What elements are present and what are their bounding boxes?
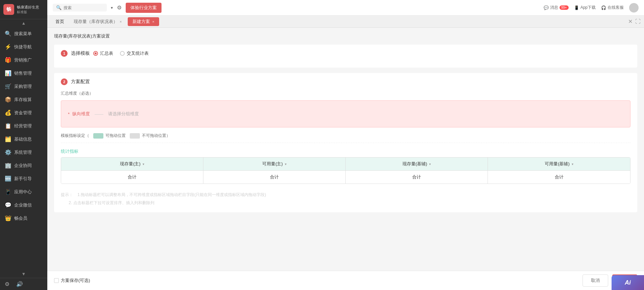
sidebar-icon: ⚙️ xyxy=(5,149,11,155)
radio-cross-table[interactable]: 交叉统计表 xyxy=(120,50,149,56)
trial-button[interactable]: 体验行业方案 xyxy=(126,3,162,13)
messages-item[interactable]: 💬 消息 99+ xyxy=(544,5,569,10)
tips-title: 提示： 1.拖动标题栏可以调整布局，不可跨维度或指标区域拖动栏目字段(只能在同一… xyxy=(61,191,630,199)
sidebar-scroll-down[interactable]: ▼ xyxy=(0,270,47,278)
topbar-right: 💬 消息 99+ 📱 App下载 🎧 在线客服 xyxy=(544,3,639,13)
sidebar-item-label: 销售管理 xyxy=(14,70,32,76)
sidebar-item-畅会员[interactable]: 👑畅会员 xyxy=(0,212,47,225)
audio-icon[interactable]: 🔊 xyxy=(16,281,23,287)
sidebar-nav: 🔍搜索菜单⚡快捷导航🎁营销推广📊销售管理🛒采购管理📦库存核算💰资金管理📋经营管理… xyxy=(0,27,47,270)
topbar-gear-icon[interactable]: ⚙ xyxy=(117,4,122,11)
bottom-bar: 方案保存(可选) 取消 查询 xyxy=(47,271,644,290)
search-icon: 🔍 xyxy=(56,5,61,10)
section2-title: 方案配置 xyxy=(71,79,90,85)
cancel-button[interactable]: 取消 xyxy=(583,274,608,287)
stats-table: 现存量(主)▾可用量(主)▾现存量(基辅)▾可用量(基辅)▾ 合计合计合计合计 xyxy=(61,157,630,184)
sidebar-item-企业微信[interactable]: 💬企业微信 xyxy=(0,198,47,212)
section1-title: 选择模板 xyxy=(71,50,90,56)
sidebar-icon: 💬 xyxy=(5,202,11,208)
tab-new-scheme[interactable]: 新建方案 × xyxy=(128,17,159,26)
sidebar-item-label: 企业微信 xyxy=(14,202,32,208)
tips-section: 提示： 1.拖动标题栏可以调整布局，不可跨维度或指标区域拖动栏目字段(只能在同一… xyxy=(61,191,630,207)
tab-new-scheme-close[interactable]: × xyxy=(152,20,154,24)
stats-header-cell[interactable]: 可用量(主)▾ xyxy=(203,158,346,170)
dimension-area[interactable]: * 纵向维度 —— 请选择分组维度 xyxy=(61,100,630,127)
sidebar-item-经营管理[interactable]: 📋经营管理 xyxy=(0,119,47,132)
sidebar-item-库存核算[interactable]: 📦库存核算 xyxy=(0,93,47,106)
search-input[interactable] xyxy=(64,5,103,10)
section2-header: 2 方案配置 xyxy=(61,78,630,85)
message-icon: 💬 xyxy=(544,5,549,10)
non-draggable-box xyxy=(130,133,140,139)
chevron-down-icon[interactable]: ▾ xyxy=(143,162,144,166)
app-download-item[interactable]: 📱 App下载 xyxy=(574,5,596,10)
topbar: 🔍 ▾ ⚙ 体验行业方案 💬 消息 99+ 📱 App下载 🎧 在线客服 xyxy=(47,0,644,16)
radio-summary-table[interactable]: 汇总表 xyxy=(93,50,113,56)
window-close-btn[interactable]: ✕ xyxy=(628,18,633,25)
stats-section: 统计指标 现存量(主)▾可用量(主)▾现存量(基辅)▾可用量(基辅)▾ 合计合计… xyxy=(61,148,630,184)
ai-fab-button[interactable]: Ai xyxy=(612,275,644,290)
stats-body-cell: 合计 xyxy=(203,171,346,184)
chevron-down-icon[interactable]: ▾ xyxy=(429,162,431,166)
tabbar: 首页 现存量（库存状况表） × 新建方案 × ✕ ⛶ xyxy=(47,16,644,28)
sidebar-item-销售管理[interactable]: 📊销售管理 xyxy=(0,67,47,80)
app-logo-icon: 畅 xyxy=(3,4,14,15)
section1-header: 1 选择模板 汇总表 交叉统计表 xyxy=(61,50,630,57)
topbar-dropdown[interactable]: ▾ xyxy=(111,5,113,10)
sidebar-item-基础信息[interactable]: 🗂️基础信息 xyxy=(0,132,47,146)
tab-inventory[interactable]: 现存量（库存状况表） × xyxy=(69,17,126,27)
window-expand-btn[interactable]: ⛶ xyxy=(635,19,641,25)
section-scheme-config: 2 方案配置 汇总维度（必选） * 纵向维度 —— 请选择分组维度 模板指标设定… xyxy=(54,73,637,212)
stats-header-cell[interactable]: 现存量(主)▾ xyxy=(61,158,203,170)
sidebar-item-采购管理[interactable]: 🛒采购管理 xyxy=(0,80,47,93)
search-box[interactable]: 🔍 xyxy=(53,4,107,11)
sidebar-scroll-up[interactable]: ▲ xyxy=(0,19,47,27)
page-title: 现存量(库存状况表)方案设置 xyxy=(54,33,637,39)
step2-badge: 2 xyxy=(61,78,68,85)
messages-label: 消息 xyxy=(550,5,558,10)
sidebar-icon: 👑 xyxy=(5,215,11,221)
app-download-label: App下载 xyxy=(580,5,596,10)
settings-icon[interactable]: ⚙ xyxy=(5,281,9,287)
sidebar-item-营销推广[interactable]: 🎁营销推广 xyxy=(0,53,47,67)
non-draggable-label: 不可拖动位置） xyxy=(142,133,170,139)
save-checkbox[interactable] xyxy=(54,278,59,283)
tips-item2: 2. 点击标题栏下拉可设置排序、插入列和删除列 xyxy=(61,199,630,207)
sidebar-icon: ⚡ xyxy=(5,44,11,50)
sidebar-item-label: 畅会员 xyxy=(14,215,27,221)
sidebar-icon: 📱 xyxy=(5,189,11,195)
online-service-item[interactable]: 🎧 在线客服 xyxy=(601,5,624,10)
dimension-placeholder: * 纵向维度 —— 请选择分组维度 xyxy=(68,111,139,117)
sidebar-icon: 🎁 xyxy=(5,57,11,63)
sidebar-item-label: 快捷导航 xyxy=(14,44,32,50)
chevron-down-icon: ▾ xyxy=(111,5,113,10)
radio-cross-label: 交叉统计表 xyxy=(127,50,149,56)
sidebar-item-label: 企业协同 xyxy=(14,163,32,169)
sidebar-icon: 🏢 xyxy=(5,162,11,169)
tab-inventory-close[interactable]: × xyxy=(120,20,122,24)
stats-table-body: 合计合计合计合计 xyxy=(61,170,630,184)
sidebar-item-搜索菜单[interactable]: 🔍搜索菜单 xyxy=(0,27,47,40)
sidebar-icon: 📊 xyxy=(5,70,11,76)
sidebar-item-系统管理[interactable]: ⚙️系统管理 xyxy=(0,146,47,159)
sidebar-item-label: 采购管理 xyxy=(14,83,32,90)
sidebar-item-应用中心[interactable]: 📱应用中心 xyxy=(0,185,47,198)
chevron-down-icon[interactable]: ▾ xyxy=(572,162,573,166)
stats-header-cell[interactable]: 可用量(基辅)▾ xyxy=(488,158,630,170)
user-avatar[interactable] xyxy=(629,3,639,13)
dimension-label: 汇总维度（必选） xyxy=(61,91,630,96)
radio-summary-dot xyxy=(93,51,98,56)
stats-header-cell[interactable]: 现存量(基辅)▾ xyxy=(346,158,488,170)
sidebar-item-新手引导[interactable]: 🆕新手引导 xyxy=(0,172,47,185)
sidebar-item-资金管理[interactable]: 💰资金管理 xyxy=(0,106,47,119)
sidebar-item-企业协同[interactable]: 🏢企业协同 xyxy=(0,159,47,172)
save-option[interactable]: 方案保存(可选) xyxy=(54,277,90,284)
phone-icon: 📱 xyxy=(574,5,579,10)
sidebar-item-快捷导航[interactable]: ⚡快捷导航 xyxy=(0,40,47,53)
draggable-box xyxy=(93,133,103,139)
online-service-label: 在线客服 xyxy=(608,5,624,10)
save-option-label: 方案保存(可选) xyxy=(61,277,90,284)
tab-inventory-label: 现存量（库存状况表） xyxy=(74,19,118,25)
tab-home[interactable]: 首页 xyxy=(51,17,69,27)
chevron-down-icon[interactable]: ▾ xyxy=(285,162,287,166)
